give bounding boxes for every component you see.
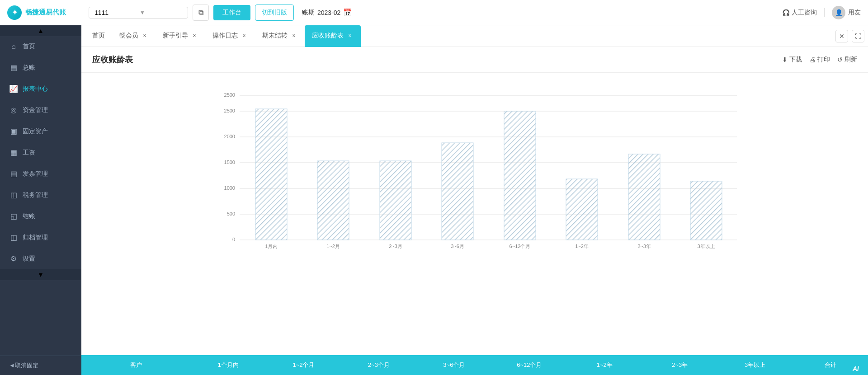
- refresh-button[interactable]: ↺ 刷新: [837, 56, 857, 64]
- settings-icon: ⚙: [9, 254, 18, 263]
- th-1month: 1个月内: [191, 361, 266, 369]
- tabs-right: ✕ ⛶: [835, 30, 864, 42]
- th-customer: 客户: [81, 361, 191, 369]
- user-label: 用友: [848, 9, 861, 17]
- svg-text:1500: 1500: [224, 159, 235, 165]
- sidebar-item-label: 税务管理: [23, 191, 48, 199]
- sidebar-item-settings[interactable]: ⚙ 设置: [0, 248, 81, 269]
- sidebar-item-archive[interactable]: ◫ 归档管理: [0, 227, 81, 248]
- sidebar-item-tax[interactable]: ◫ 税务管理: [0, 184, 81, 206]
- reports-icon: 📈: [9, 84, 18, 93]
- logo-icon: ✦: [7, 5, 22, 20]
- close-all-tabs-button[interactable]: ✕: [835, 30, 848, 42]
- svg-text:6~12个月: 6~12个月: [509, 244, 531, 249]
- invoice-icon: ▤: [9, 169, 18, 178]
- company-name: 1111: [94, 9, 137, 16]
- tab-label: 应收账龄表: [312, 32, 344, 40]
- tab-label: 操作日志: [212, 32, 238, 40]
- consult-label: 人工咨询: [792, 9, 817, 17]
- close-icon[interactable]: ×: [241, 32, 248, 39]
- page-content: 应收账龄表 ⬇ 下载 🖨 打印 ↺ 刷新: [81, 47, 868, 375]
- tab-label: 畅会员: [119, 32, 138, 40]
- close-icon[interactable]: ×: [191, 32, 198, 39]
- sidebar-item-funds[interactable]: ◎ 资金管理: [0, 99, 81, 121]
- download-button[interactable]: ⬇ 下载: [782, 56, 802, 64]
- cancel-fixed-button[interactable]: ◄取消固定: [0, 356, 81, 375]
- th-6-12month: 6~12个月: [492, 361, 567, 369]
- sidebar-item-label: 报表中心: [23, 85, 48, 93]
- home-icon: ⌂: [9, 42, 18, 51]
- sidebar-item-label: 固定资产: [23, 127, 48, 136]
- scroll-down[interactable]: ▼: [0, 269, 81, 280]
- table-header: 客户 1个月内 1~2个月 2~3个月 3~6个月 6~12个月 1~2年 2~…: [81, 355, 868, 375]
- sidebar-item-label: 结账: [23, 212, 35, 220]
- company-selector[interactable]: 1111 ▼: [89, 7, 188, 19]
- tab-yearend[interactable]: 期末结转 ×: [255, 25, 305, 47]
- calendar-icon[interactable]: 📅: [343, 8, 352, 17]
- sidebar-item-label: 资金管理: [23, 106, 48, 114]
- page-title: 应收账龄表: [92, 54, 133, 65]
- sidebar-item-home[interactable]: ⌂ 首页: [0, 36, 81, 57]
- switch-version-button[interactable]: 切到旧版: [255, 5, 294, 21]
- page-header: 应收账龄表 ⬇ 下载 🖨 打印 ↺ 刷新: [81, 47, 868, 73]
- main-layout: ▲ ⌂ 首页 ▤ 总账 📈 报表中心 ◎ 资金管理 ▣ 固定资产 ▦ 工资 ▤ …: [0, 25, 868, 375]
- sidebar-item-payroll[interactable]: ▦ 工资: [0, 142, 81, 163]
- sidebar-item-reports[interactable]: 📈 报表中心: [0, 78, 81, 99]
- print-button[interactable]: 🖨 打印: [809, 56, 830, 64]
- page-actions: ⬇ 下载 🖨 打印 ↺ 刷新: [782, 56, 857, 64]
- consult-button[interactable]: 🎧 人工咨询: [782, 9, 817, 17]
- settle-icon: ◱: [9, 212, 18, 220]
- scroll-up[interactable]: ▲: [0, 25, 81, 36]
- workbench-button[interactable]: 工作台: [213, 5, 250, 20]
- svg-text:0: 0: [232, 237, 235, 242]
- tab-guide[interactable]: 新手引导 ×: [156, 25, 205, 47]
- svg-rect-19: [380, 161, 411, 240]
- svg-rect-29: [690, 181, 722, 240]
- svg-text:3~6月: 3~6月: [451, 244, 464, 249]
- aging-chart: 0 500 1000 1500 2000 2500 2500: [92, 82, 857, 253]
- payroll-icon: ▦: [9, 148, 18, 157]
- period-area: 账期 2023-02 📅: [302, 8, 352, 17]
- tab-home[interactable]: 首页: [85, 25, 112, 47]
- tabs-bar: 首页 畅会员 × 新手引导 × 操作日志 × 期末结转 × 应收账龄表 ×: [81, 25, 868, 47]
- svg-text:1月内: 1月内: [265, 244, 278, 249]
- print-label: 打印: [817, 56, 830, 64]
- header-right: 🎧 人工咨询 👤 用友: [782, 6, 861, 19]
- sidebar-item-invoice[interactable]: ▤ 发票管理: [0, 163, 81, 184]
- svg-rect-17: [317, 161, 349, 240]
- close-icon[interactable]: ×: [346, 32, 354, 39]
- cancel-fixed-label: ◄取消固定: [9, 361, 38, 370]
- ai-label[interactable]: Ai: [844, 362, 868, 375]
- th-2-3year: 2~3年: [642, 361, 717, 369]
- user-area[interactable]: 👤 用友: [832, 6, 861, 19]
- svg-text:3年以上: 3年以上: [697, 244, 715, 249]
- th-1-2year: 1~2年: [567, 361, 642, 369]
- sidebar-item-label: 发票管理: [23, 170, 48, 178]
- ledger-icon: ▤: [9, 63, 18, 72]
- sidebar-item-label: 首页: [23, 42, 35, 51]
- maximize-button[interactable]: ⛶: [852, 30, 864, 42]
- sidebar-item-assets[interactable]: ▣ 固定资产: [0, 121, 81, 142]
- tab-membership[interactable]: 畅会员 ×: [112, 25, 156, 47]
- content-area: 首页 畅会员 × 新手引导 × 操作日志 × 期末结转 × 应收账龄表 ×: [81, 25, 868, 375]
- close-icon[interactable]: ×: [141, 32, 148, 39]
- chart-area: 0 500 1000 1500 2000 2500 2500: [81, 73, 868, 355]
- sidebar: ▲ ⌂ 首页 ▤ 总账 📈 报表中心 ◎ 资金管理 ▣ 固定资产 ▦ 工资 ▤ …: [0, 25, 81, 375]
- header-middle: ⧉ 工作台 切到旧版 账期 2023-02 📅: [193, 5, 352, 21]
- svg-text:2500: 2500: [224, 108, 235, 113]
- copy-icon-button[interactable]: ⧉: [193, 5, 209, 21]
- tab-aging[interactable]: 应收账龄表 ×: [305, 25, 361, 47]
- sidebar-item-label: 设置: [23, 255, 35, 263]
- svg-rect-25: [566, 179, 598, 240]
- svg-rect-15: [255, 109, 287, 240]
- print-icon: 🖨: [809, 56, 816, 63]
- th-1-2month: 1~2个月: [266, 361, 341, 369]
- svg-text:1~2年: 1~2年: [575, 244, 589, 249]
- avatar: 👤: [832, 6, 845, 19]
- sidebar-item-ledger[interactable]: ▤ 总账: [0, 57, 81, 78]
- tab-oplog[interactable]: 操作日志 ×: [205, 25, 255, 47]
- sidebar-item-label: 总账: [23, 64, 35, 72]
- refresh-label: 刷新: [844, 56, 857, 64]
- sidebar-item-settle[interactable]: ◱ 结账: [0, 206, 81, 227]
- close-icon[interactable]: ×: [290, 32, 297, 39]
